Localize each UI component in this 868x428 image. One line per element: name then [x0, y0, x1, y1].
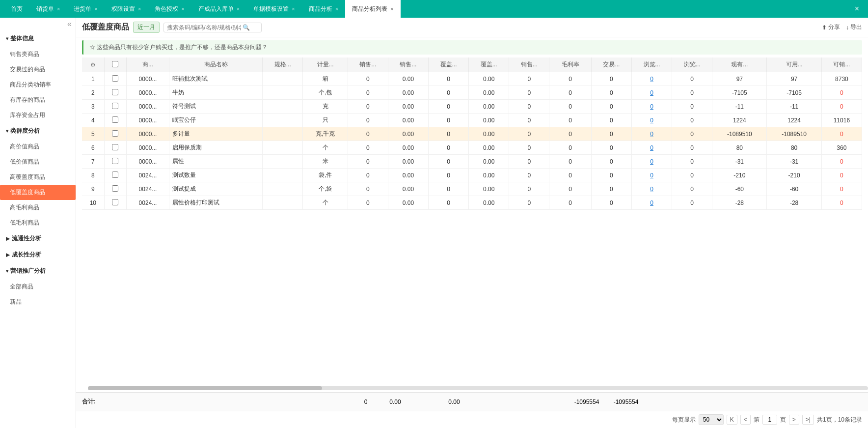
sidebar-section-marketing[interactable]: ▾ 营销推广分析: [0, 263, 76, 279]
th-name[interactable]: 商品名称: [169, 57, 262, 72]
row-checkbox[interactable]: [112, 185, 118, 192]
cell-checkbox[interactable]: [104, 141, 126, 155]
share-btn[interactable]: ⬆ 分享: [822, 23, 840, 31]
th-gross-rate[interactable]: 毛利率: [549, 57, 592, 72]
sidebar-item-high-value[interactable]: 高价值商品: [0, 139, 76, 154]
sidebar-item-stock-funds[interactable]: 库存资金占用: [0, 108, 76, 123]
sidebar-section-cluster[interactable]: ▾ 类群度分析: [0, 123, 76, 139]
row-checkbox[interactable]: [112, 75, 118, 82]
nav-item-goods-analysis[interactable]: 商品分析 ×: [302, 0, 345, 18]
nav-item-template[interactable]: 单据模板设置 ×: [246, 0, 301, 18]
scrollbar-thumb[interactable]: [88, 386, 322, 390]
nav-item-goods-list[interactable]: 商品分析列表 ×: [345, 0, 400, 18]
th-browse1[interactable]: 浏览...: [631, 57, 672, 72]
nav-item-sales[interactable]: 销货单 ×: [29, 0, 67, 18]
sidebar-section-liquidity[interactable]: ▶ 流通性分析: [0, 230, 76, 247]
cell-browse1[interactable]: 0: [631, 155, 672, 169]
cell-browse1[interactable]: 0: [631, 127, 672, 141]
cell-browse1[interactable]: 0: [631, 86, 672, 100]
th-settings[interactable]: ⚙: [82, 57, 104, 72]
th-spec[interactable]: 规格...: [263, 57, 303, 72]
close-icon[interactable]: ×: [57, 6, 60, 12]
prev-page-btn[interactable]: <: [740, 415, 751, 425]
cell-checkbox[interactable]: [104, 169, 126, 182]
select-all-checkbox[interactable]: [112, 61, 118, 67]
cell-browse1[interactable]: 0: [631, 182, 672, 196]
search-input[interactable]: [167, 24, 241, 31]
sidebar-item-sales-goods[interactable]: 销售类商品: [0, 47, 76, 62]
row-checkbox[interactable]: [112, 130, 118, 137]
row-checkbox[interactable]: [112, 103, 118, 109]
close-icon[interactable]: ×: [335, 6, 338, 12]
sidebar-section-growth[interactable]: ▶ 成长性分析: [0, 247, 76, 263]
page-input[interactable]: [762, 415, 777, 425]
th-checkbox[interactable]: [104, 57, 126, 72]
row-checkbox[interactable]: [112, 199, 118, 205]
th-sales3[interactable]: 销售...: [509, 57, 549, 72]
close-icon[interactable]: ×: [94, 6, 97, 12]
nav-close-all[interactable]: ×: [850, 4, 864, 13]
cell-checkbox[interactable]: [104, 155, 126, 169]
sidebar-collapse-btn[interactable]: «: [0, 18, 76, 30]
th-sales2[interactable]: 销售...: [388, 57, 428, 72]
th-trade[interactable]: 交易...: [591, 57, 631, 72]
cell-browse1[interactable]: 0: [631, 141, 672, 155]
cell-browse1[interactable]: 0: [631, 100, 672, 114]
th-unit[interactable]: 计量...: [303, 57, 348, 72]
cell-browse1[interactable]: 0: [631, 72, 672, 86]
sidebar-item-new-goods[interactable]: 新品: [0, 294, 76, 310]
time-filter-btn[interactable]: 近一月: [133, 22, 160, 33]
th-available[interactable]: 可用...: [767, 57, 821, 72]
th-browse2[interactable]: 浏览...: [672, 57, 712, 72]
cell-browse1[interactable]: 0: [631, 114, 672, 127]
cell-checkbox[interactable]: [104, 182, 126, 196]
th-cover2[interactable]: 覆盖...: [469, 57, 509, 72]
cell-browse1[interactable]: 0: [631, 169, 672, 182]
sidebar-item-category-rate[interactable]: 商品分类动销率: [0, 77, 76, 92]
th-current[interactable]: 现有...: [712, 57, 767, 72]
nav-item-home[interactable]: 首页: [4, 0, 29, 18]
first-page-btn[interactable]: K: [727, 415, 737, 425]
cell-checkbox[interactable]: [104, 114, 126, 127]
page-size-select[interactable]: 50 100 200: [699, 414, 724, 425]
cell-checkbox[interactable]: [104, 100, 126, 114]
th-code[interactable]: 商...: [127, 57, 169, 72]
sidebar-item-low-margin[interactable]: 低毛利商品: [0, 215, 76, 230]
cell-checkbox[interactable]: [104, 127, 126, 141]
row-checkbox[interactable]: [112, 171, 118, 178]
sidebar-item-low-coverage[interactable]: 低覆盖度商品: [0, 185, 76, 200]
search-icon[interactable]: 🔍: [243, 24, 250, 31]
sidebar-item-traded-goods[interactable]: 交易过的商品: [0, 62, 76, 77]
sidebar-item-stocked-goods[interactable]: 有库存的商品: [0, 92, 76, 108]
cell-browse1[interactable]: 0: [631, 196, 672, 210]
th-sales1[interactable]: 销售...: [348, 57, 388, 72]
row-checkbox[interactable]: [112, 116, 118, 123]
th-cover1[interactable]: 覆盖...: [428, 57, 468, 72]
export-btn[interactable]: ↓ 导出: [846, 23, 862, 31]
close-icon[interactable]: ×: [292, 6, 295, 12]
row-checkbox[interactable]: [112, 89, 118, 95]
last-page-btn[interactable]: >|: [802, 415, 814, 425]
nav-item-purchase[interactable]: 进货单 ×: [67, 0, 104, 18]
next-page-btn[interactable]: >: [789, 415, 799, 425]
close-icon[interactable]: ×: [237, 6, 240, 12]
close-icon[interactable]: ×: [390, 6, 393, 12]
cell-checkbox[interactable]: [104, 196, 126, 210]
horizontal-scrollbar[interactable]: [88, 386, 868, 390]
sidebar-item-low-value[interactable]: 低价值商品: [0, 154, 76, 170]
sidebar-item-high-coverage[interactable]: 高覆盖度商品: [0, 170, 76, 185]
table-wrapper[interactable]: ⚙ 商... 商品名称 规格... 计量... 销售... 销售... 覆盖..…: [76, 57, 868, 384]
cell-checkbox[interactable]: [104, 86, 126, 100]
sidebar-item-high-margin[interactable]: 高毛利商品: [0, 200, 76, 215]
row-checkbox[interactable]: [112, 144, 118, 150]
nav-item-permission[interactable]: 权限设置 ×: [105, 0, 148, 18]
nav-item-finished[interactable]: 产成品入库单 ×: [191, 0, 246, 18]
row-checkbox[interactable]: [112, 158, 118, 164]
nav-item-role[interactable]: 角色授权 ×: [148, 0, 191, 18]
close-icon[interactable]: ×: [181, 6, 184, 12]
cell-checkbox[interactable]: [104, 72, 126, 86]
sidebar-item-all-goods[interactable]: 全部商品: [0, 279, 76, 294]
close-icon[interactable]: ×: [138, 6, 141, 12]
th-sellable[interactable]: 可销...: [821, 57, 862, 72]
sidebar-section-overall[interactable]: ▾ 整体信息: [0, 30, 76, 47]
